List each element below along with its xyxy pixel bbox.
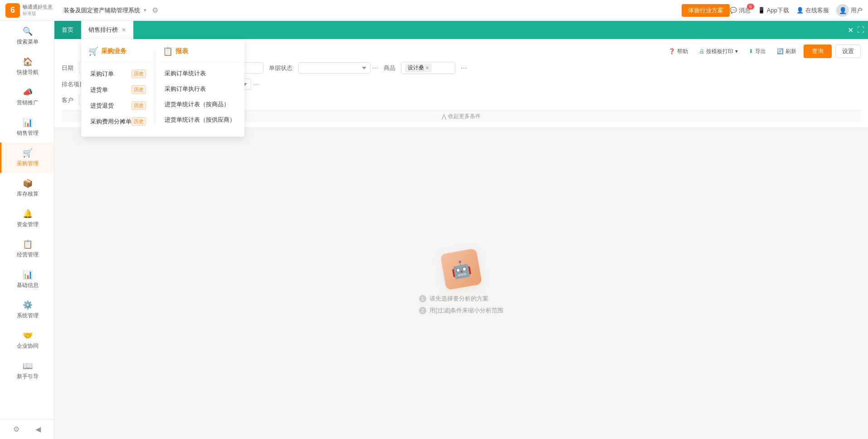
query-button[interactable]: 查询	[804, 44, 832, 58]
print-template-btn[interactable]: 🖨 按模板打印 ▾	[695, 46, 741, 57]
sidebar-item-inventory[interactable]: 📦 库存核算	[0, 173, 54, 203]
staff-ellipsis[interactable]: ···	[253, 80, 259, 89]
tab-maximize-icon[interactable]: ⛶	[857, 26, 864, 34]
sidebar-label-search: 搜索菜单	[17, 38, 39, 46]
system-icon: ⚙️	[23, 300, 33, 310]
sidebar-item-operation[interactable]: 📋 经营管理	[0, 234, 54, 264]
voucher-status-select[interactable]	[298, 62, 371, 74]
system-title-text: 装备及固定资产辅助管理系统	[63, 6, 140, 15]
tab-sales-rank-label: 销售排行榜	[88, 26, 118, 34]
empty-text-area: 1 请先选择要分析的方案 2 用[过滤]条件来缩小分析范围	[419, 293, 504, 316]
voucher-status-ellipsis[interactable]: ···	[372, 64, 378, 72]
goods-receipt-label: 进货单	[90, 86, 108, 94]
purchase-col-title-text: 采购业务	[101, 47, 127, 55]
baseinfo-icon: 📊	[23, 270, 33, 280]
refresh-btn[interactable]: 🔄 刷新	[773, 46, 800, 57]
order-stat-label: 采购订单统计表	[165, 69, 206, 78]
goods-receipt-hist: 历史	[132, 85, 146, 94]
goods-tag-input[interactable]: 设计桑 ✕	[401, 62, 455, 74]
sidebar-item-system[interactable]: ⚙️ 系统管理	[0, 295, 54, 325]
system-title: 装备及固定资产辅助管理系统 ▾ ⚙	[60, 6, 678, 15]
online-service-item[interactable]: 👤 在线客服	[796, 6, 829, 15]
goods-label: 商品	[384, 64, 395, 72]
main-layout: 🔍 搜索菜单 🏠 快捷导航 📣 营销推广 📊 销售管理 🛒 采购管理 📦 库存核…	[0, 21, 868, 439]
content-area: 首页 销售排行榜 ✕ 🛒 采购业务 采购订单 历史	[54, 21, 868, 439]
industry-button[interactable]: 体验行业方案	[682, 4, 730, 17]
report-col-icon: 📋	[163, 46, 173, 56]
dropdown-item-purchase-order[interactable]: 采购订单 历史	[85, 66, 151, 82]
operation-icon: 📋	[23, 239, 33, 249]
messages-item[interactable]: 💬 消息 6	[730, 6, 751, 15]
goods-stat-goods-label: 进货单统计表（按商品）	[165, 100, 229, 109]
sidebar-label-operation: 经营管理	[17, 251, 39, 259]
sidebar-label-marketing: 营销推广	[17, 99, 39, 107]
sidebar-label-system: 系统管理	[17, 312, 39, 320]
logo-area: 6 畅通通好生意 标准版	[5, 3, 60, 18]
help-label: 帮助	[677, 48, 688, 55]
goods-tag-close[interactable]: ✕	[425, 65, 429, 70]
app-download-item[interactable]: 📱 App下载	[758, 6, 789, 15]
sidebar-item-sales[interactable]: 📊 销售管理	[0, 112, 54, 143]
export-btn[interactable]: ⬇ 导出	[745, 46, 770, 57]
purchase-col: 🛒 采购业务 采购订单 历史 进货单 历史 进货退货	[81, 46, 155, 129]
system-title-arrow[interactable]: ▾	[144, 7, 146, 13]
logo-text: 畅通通好生意	[23, 4, 53, 10]
sidebar-collapse-btn[interactable]: ◀	[35, 425, 41, 434]
dropdown-item-goods-stat-goods[interactable]: 进货单统计表（按商品）	[159, 97, 241, 112]
export-icon: ⬇	[749, 48, 753, 54]
sidebar-item-guide[interactable]: 📖 新手引导	[0, 355, 54, 386]
sidebar-item-baseinfo[interactable]: 📊 基础信息	[0, 264, 54, 295]
dropdown-item-return[interactable]: 进货退货 历史	[85, 98, 151, 113]
logo-text-area: 畅通通好生意 标准版	[23, 4, 53, 16]
logo-icon: 6	[5, 3, 20, 18]
expense-label: 采购费用分摊单	[90, 118, 132, 126]
sidebar-label-inventory: 库存核算	[17, 190, 39, 198]
sidebar-item-marketing[interactable]: 📣 营销推广	[0, 82, 54, 112]
message-icon: 💬	[730, 7, 737, 14]
tab-close-icon[interactable]: ✕	[122, 27, 126, 33]
marketing-icon: 📣	[23, 87, 33, 97]
sidebar-item-search[interactable]: 🔍 搜索菜单	[0, 21, 54, 51]
dropdown-item-order-exec[interactable]: 采购订单执行表	[159, 81, 241, 97]
guide-icon: 📖	[23, 361, 33, 371]
sidebar-settings-btn[interactable]: ⚙	[13, 425, 20, 434]
dropdown-item-goods-receipt[interactable]: 进货单 历史	[85, 82, 151, 98]
top-bar: 6 畅通通好生意 标准版 装备及固定资产辅助管理系统 ▾ ⚙ 体验行业方案 💬 …	[0, 0, 868, 21]
refresh-icon: 🔄	[777, 48, 784, 54]
return-hist: 历史	[132, 101, 146, 110]
sidebar-label-cooperation: 企业协同	[17, 342, 39, 350]
home-icon: 🏠	[23, 57, 33, 67]
dropdown-item-goods-stat-supplier[interactable]: 进货单统计表（按供应商）	[159, 112, 241, 128]
sales-icon: 📊	[23, 118, 33, 128]
report-col-title: 📋 报表	[159, 46, 241, 62]
step2-num: 2	[419, 307, 426, 314]
print-arrow: ▾	[735, 48, 738, 54]
tab-close-all-icon[interactable]: ✕	[848, 26, 853, 35]
finance-icon: 🔔	[23, 209, 33, 219]
help-btn[interactable]: ❓ 帮助	[665, 46, 692, 57]
sidebar-item-finance[interactable]: 🔔 资金管理	[0, 203, 54, 234]
goods-ellipsis[interactable]: ···	[461, 64, 467, 72]
settings-button[interactable]: 设置	[835, 44, 861, 58]
sidebar-bottom: ⚙ ◀	[0, 419, 54, 439]
tab-bar: 首页 销售排行榜 ✕ 🛒 采购业务 采购订单 历史	[54, 21, 868, 39]
sidebar-item-purchase[interactable]: 🛒 采购管理	[0, 143, 54, 173]
goods-tag-text: 设计桑	[408, 64, 424, 72]
report-col: 📋 报表 采购订单统计表 采购订单执行表 进货单统计表（按商品）	[156, 46, 244, 129]
dropdown-item-order-stat[interactable]: 采购订单统计表	[159, 66, 241, 81]
system-settings-icon[interactable]: ⚙	[152, 6, 158, 15]
inventory-icon: 📦	[23, 178, 33, 188]
sidebar-label-quick: 快捷导航	[17, 69, 39, 76]
dropdown-item-expense[interactable]: 采购费用分摊单 历史	[85, 113, 151, 129]
export-label: 导出	[755, 48, 766, 55]
step1-num: 1	[419, 295, 426, 302]
tab-home[interactable]: 首页	[54, 21, 81, 39]
sidebar-item-quick[interactable]: 🏠 快捷导航	[0, 51, 54, 82]
tab-sales-rank[interactable]: 销售排行榜 ✕ 🛒 采购业务 采购订单 历史 进货单	[81, 21, 133, 39]
logo-badge: 标准版	[23, 10, 53, 17]
date-label: 日期	[62, 64, 73, 72]
purchase-dropdown: 🛒 采购业务 采购订单 历史 进货单 历史 进货退货	[81, 39, 244, 137]
user-item[interactable]: 👤 用户	[836, 4, 863, 17]
customer-label: 客户	[62, 96, 73, 104]
sidebar-item-cooperation[interactable]: 🤝 企业协同	[0, 325, 54, 355]
